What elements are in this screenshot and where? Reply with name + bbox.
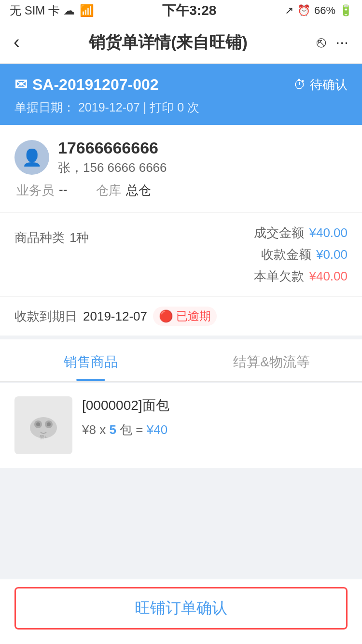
order-status: ⏱ 待确认 xyxy=(293,76,348,93)
battery-level: 66% xyxy=(314,4,335,17)
location-icon: ↗ xyxy=(285,4,293,17)
print-separator: | 打印 xyxy=(143,100,174,114)
owed-value: ¥40.00 xyxy=(309,269,348,284)
page-title: 销货单详情(来自旺铺) xyxy=(89,31,248,54)
collected-value: ¥0.00 xyxy=(316,247,348,262)
customer-meta: 业务员 -- 仓库 总仓 xyxy=(14,182,348,199)
sim-status: 无 SIM 卡 ☁ xyxy=(10,3,75,18)
tab-sales-goods-label: 销售商品 xyxy=(64,354,118,369)
price-per-unit: ¥8 xyxy=(82,422,96,437)
collected-row: 收款金额 ¥0.00 xyxy=(261,246,348,263)
tabs-section: 销售商品 结算&物流等 xyxy=(0,339,362,382)
status-bar: 无 SIM 卡 ☁ 📶 下午3:28 ↗ ⏰ 66% 🔋 xyxy=(0,0,362,21)
tab-settlement[interactable]: 结算&物流等 xyxy=(181,339,362,381)
owed-row: 本单欠款 ¥40.00 xyxy=(254,268,348,285)
tab-sales-goods[interactable]: 销售商品 xyxy=(0,339,181,381)
order-id-text: SA-20191207-002 xyxy=(32,76,159,94)
product-image: 管+ xyxy=(14,396,72,454)
product-img-svg: 管+ xyxy=(24,411,63,440)
order-status-text: 待确认 xyxy=(310,76,348,93)
equals-sign: = xyxy=(136,422,143,437)
back-button[interactable]: ‹ xyxy=(14,32,20,53)
more-icon[interactable]: ··· xyxy=(335,33,348,51)
clock-icon: ⏱ xyxy=(293,77,306,92)
overdue-icon: 🔴 xyxy=(159,309,173,323)
share-icon[interactable]: ⎋ xyxy=(317,33,326,51)
confirm-order-button[interactable]: 旺铺订单确认 xyxy=(14,587,348,630)
content-area xyxy=(0,468,362,593)
print-count: 0 xyxy=(177,100,184,114)
summary-left: 商品种类 1种 xyxy=(14,224,89,246)
svg-text:管+: 管+ xyxy=(40,434,47,440)
transaction-value: ¥40.00 xyxy=(309,225,348,240)
goods-type-row: 商品种类 1种 xyxy=(14,229,89,246)
product-info: [0000002]面包 ¥8 x 5 包 = ¥40 xyxy=(82,396,348,438)
order-date-value: 2019-12-07 xyxy=(78,100,140,114)
avatar-icon: 👤 xyxy=(22,148,42,167)
svg-point-3 xyxy=(36,422,40,426)
product-total: ¥40 xyxy=(147,422,167,437)
overdue-badge: 🔴 已逾期 xyxy=(153,307,217,326)
status-bar-time: 下午3:28 xyxy=(162,1,216,20)
customer-section: 👤 17666666666 张，156 6666 6666 业务员 -- 仓库 … xyxy=(0,125,362,213)
bottom-bar: 旺铺订单确认 xyxy=(0,579,362,644)
multiply-sign: x xyxy=(99,422,106,437)
collected-label: 收款金额 xyxy=(261,246,311,263)
summary-right: 成交金额 ¥40.00 收款金额 ¥0.00 本单欠款 ¥40.00 xyxy=(254,224,348,285)
due-section: 收款到期日 2019-12-07 🔴 已逾期 xyxy=(0,297,362,339)
warehouse-value: 总仓 xyxy=(126,182,151,199)
due-label: 收款到期日 xyxy=(14,308,77,325)
staff-value: -- xyxy=(59,182,67,199)
wifi-icon: 📶 xyxy=(80,4,94,17)
nav-actions: ⎋ ··· xyxy=(317,33,348,51)
battery-icon: 🔋 xyxy=(339,4,352,17)
customer-info: 17666666666 张，156 6666 6666 xyxy=(58,139,167,176)
order-icon: ✉ xyxy=(14,75,28,94)
product-item: 管+ [0000002]面包 ¥8 x 5 包 = ¥40 xyxy=(14,396,348,454)
warehouse-meta: 仓库 总仓 xyxy=(96,182,151,199)
customer-name: 张，156 6666 6666 xyxy=(58,159,167,176)
alarm-icon: ⏰ xyxy=(297,4,310,17)
transaction-label: 成交金额 xyxy=(254,224,304,241)
nav-bar: ‹ 销货单详情(来自旺铺) ⎋ ··· xyxy=(0,21,362,64)
product-price-row: ¥8 x 5 包 = ¥40 xyxy=(82,421,348,438)
warehouse-label: 仓库 xyxy=(96,182,121,199)
overdue-text: 已逾期 xyxy=(176,308,211,324)
order-id-section: ✉ SA-20191207-002 xyxy=(14,75,159,94)
goods-type-label: 商品种类 xyxy=(14,229,65,246)
owed-label: 本单欠款 xyxy=(254,268,304,285)
avatar: 👤 xyxy=(14,140,49,175)
order-date-line: 单据日期： 2019-12-07 | 打印 0 次 xyxy=(14,99,348,115)
customer-phone: 17666666666 xyxy=(58,139,167,157)
date-label: 单据日期： xyxy=(14,100,75,114)
status-bar-left: 无 SIM 卡 ☁ 📶 xyxy=(10,3,94,18)
product-section: 管+ [0000002]面包 ¥8 x 5 包 = ¥40 xyxy=(0,383,362,468)
status-bar-right: ↗ ⏰ 66% 🔋 xyxy=(285,4,352,17)
svg-point-4 xyxy=(47,422,51,426)
product-qty: 5 xyxy=(109,422,116,437)
transaction-row: 成交金额 ¥40.00 xyxy=(254,224,348,241)
print-suffix: 次 xyxy=(187,100,199,114)
staff-label: 业务员 xyxy=(16,182,54,199)
summary-section: 商品种类 1种 成交金额 ¥40.00 收款金额 ¥0.00 本单欠款 ¥40.… xyxy=(0,213,362,297)
product-unit: 包 xyxy=(120,422,132,437)
staff-meta: 业务员 -- xyxy=(16,182,67,199)
goods-type-value: 1种 xyxy=(70,229,89,246)
due-date-value: 2019-12-07 xyxy=(83,309,147,324)
product-name: [0000002]面包 xyxy=(82,396,348,415)
order-header: ✉ SA-20191207-002 ⏱ 待确认 单据日期： 2019-12-07… xyxy=(0,64,362,125)
confirm-order-label: 旺铺订单确认 xyxy=(135,598,227,619)
tab-settlement-label: 结算&物流等 xyxy=(233,354,310,369)
